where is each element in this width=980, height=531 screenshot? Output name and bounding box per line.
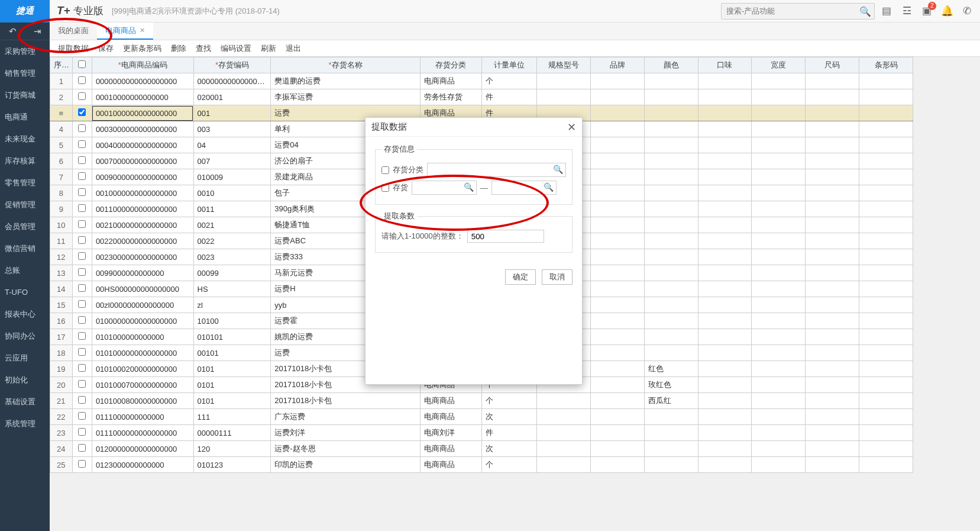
phone-icon[interactable]: ✆ (959, 3, 975, 20)
header: 捷通 T+ 专业版 [999]电商通2演示环境资源中心专用 (2018-07-1… (0, 0, 980, 22)
search-icon[interactable]: 🔍 (859, 6, 871, 17)
brand: T+ 专业版 (50, 4, 108, 18)
message-icon[interactable]: ▣2 (918, 3, 935, 20)
search-input[interactable] (721, 3, 875, 20)
save-icon[interactable]: ▤ (878, 3, 895, 20)
logo: 捷通 (0, 0, 50, 22)
search-box[interactable]: 🔍 (721, 3, 875, 20)
env-text: [999]电商通2演示环境资源中心专用 (2018-07-14) (108, 6, 280, 17)
list-icon[interactable]: ☲ (898, 3, 915, 20)
bell-icon[interactable]: 🔔 (939, 3, 955, 20)
